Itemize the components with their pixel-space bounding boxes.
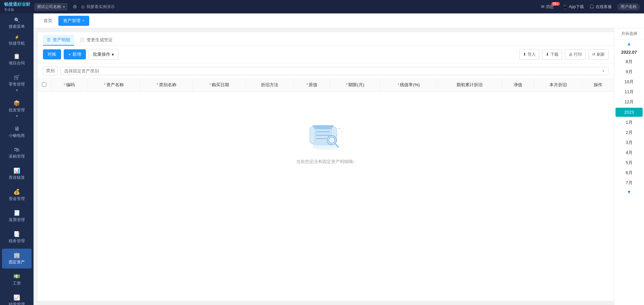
sidebar-item-ecommerce[interactable]: 🖥 小畅电商 [2,122,32,142]
tab-asset-management[interactable]: 资产管理 × [58,16,89,26]
table-header-operation: 操作 [582,79,614,92]
top-bar-right: ✉ 消息 99+ 📱 App下载 🎧 在线客服 用户名称 [541,3,640,10]
sidebar-item-payroll[interactable]: 💵 工资 [2,270,32,290]
app-logo-sub: 专业版 [4,7,30,12]
search-label: 搜索菜单 [9,24,25,30]
month-item-9[interactable]: 9月 [614,67,644,77]
month-item-8[interactable]: 8月 [614,57,644,67]
table-header-category: *类别名称 [140,79,193,92]
sub-tab-detail[interactable]: ☰ 资产明细 [43,35,74,46]
user-name: 用户名称 [621,4,637,9]
month-nav-up-button[interactable]: ▲ [614,40,644,48]
category-input[interactable] [64,68,602,73]
filter-bar: 类别 ▾ [38,63,614,79]
month-item-7[interactable]: 7月 [614,178,644,188]
tab-home[interactable]: 首页 [39,16,57,26]
sidebar-item-label: 项目合同 [9,60,25,66]
inventory-icon: 📊 [13,167,20,174]
main-layout: 🔍 搜索菜单 ⚡ 快捷导航 📋 项目合同 🛒 零售管理 ▾ 📦 批发管理 ▾ 🖥… [0,13,644,305]
sidebar-item-inventory[interactable]: 📊 库存核算 [2,164,32,184]
month-item-1[interactable]: 1月 [614,117,644,128]
sidebar-item-operation[interactable]: 📈 经营管理 [2,291,32,305]
refresh-button[interactable]: ↺ 刷新 [588,49,608,60]
sidebar-item-tax[interactable]: 📑 税务管理 [2,227,32,247]
message-badge: 99+ [551,2,560,6]
sidebar-item-label: 采购管理 [9,154,25,159]
sidebar-item-label: 固定资产 [9,259,25,265]
app-download-button[interactable]: 📱 App下载 [562,4,584,10]
table-header-accumulated-depreciation: 期初累计折旧 [437,79,502,92]
month-item-current[interactable]: 2022.07 [614,48,644,57]
month-item-10[interactable]: 10月 [614,77,644,87]
demo-link[interactable]: ◎ 我要看实例演示 [81,4,115,10]
svg-point-11 [338,128,340,129]
sidebar-item-purchase[interactable]: 🛍 采购管理 [2,143,32,163]
sidebar-item-project[interactable]: 📋 项目合同 [2,50,32,69]
month-item-4[interactable]: 4月 [614,148,644,158]
year-badge-2023[interactable]: 2023 [615,108,643,117]
table-header-code: *编码 [51,79,88,92]
month-item-11[interactable]: 11月 [614,87,644,97]
tab-close-icon[interactable]: × [83,19,85,22]
sidebar-item-finance[interactable]: 💰 资金管理 [2,185,32,205]
svg-rect-3 [310,127,315,144]
demo-icon: ◎ [81,4,85,9]
month-picker-title: 月份选择 [614,28,644,40]
sidebar-search[interactable]: 🔍 搜索菜单 [0,15,34,32]
ecommerce-icon: 🖥 [14,126,19,132]
message-button[interactable]: ✉ 消息 99+ [541,4,557,10]
empty-state: 当前您还没有固定资产明细哦~ [38,92,614,192]
sidebar-item-fixed-asset[interactable]: 🏢 固定资产 [2,249,32,268]
sidebar-item-label: 资金管理 [9,196,25,202]
sub-tab-detail-label: 资产明细 [53,37,70,43]
tax-icon: 📑 [13,231,20,237]
page-content: ☰ 资产明细 📄 变更生成凭证 对账 + 新增 [34,28,644,305]
online-service-button[interactable]: 🎧 在线客服 [589,4,612,10]
print-icon: 🖨 [569,52,573,57]
online-service-label: 在线客服 [596,4,612,10]
sidebar-item-label: 工资 [13,281,21,286]
import-button[interactable]: ⬆ 导入 [519,49,539,60]
table-header-depreciation-method: 折旧方法 [246,79,294,92]
table-header-period-months: *期限(月) [330,79,380,92]
category-input-wrapper: ▾ [60,67,608,75]
download-icon: ⬇ [546,52,549,57]
print-button[interactable]: 🖨 打印 [565,49,586,60]
month-item-6[interactable]: 6月 [614,168,644,178]
sidebar-item-invoice[interactable]: 🧾 发票管理 [2,206,32,226]
import-icon: ⬆ [523,52,526,57]
month-nav-down-button[interactable]: ▼ [614,188,644,196]
sidebar-item-retail[interactable]: 🛒 零售管理 ▾ [2,71,32,95]
batch-button[interactable]: 批量操作 ▾ [89,49,118,60]
company-selector[interactable]: 测试公司名称 ▾ [34,3,67,11]
wholesale-icon: 📦 [13,100,20,106]
user-button[interactable]: 用户名称 [617,3,640,10]
payroll-icon: 💵 [13,273,20,279]
table-header-checkbox [38,79,51,92]
month-item-3[interactable]: 3月 [614,138,644,148]
bottom-scrollbar[interactable] [38,301,614,305]
month-item-2[interactable]: 2月 [614,128,644,138]
select-all-checkbox[interactable] [42,82,46,87]
table-header-net-value: 净值 [502,79,534,92]
main-panel: ☰ 资产明细 📄 变更生成凭证 对账 + 新增 [38,32,614,305]
tab-bar: 首页 资产管理 × [34,13,644,28]
refresh-label: 刷新 [597,52,605,57]
month-item-5[interactable]: 5月 [614,158,644,168]
sidebar-item-quick-nav[interactable]: ⚡ 快捷导航 [0,32,34,49]
app-logo: 畅捷通好业财 专业版 [4,2,30,12]
sidebar-item-wholesale[interactable]: 📦 批发管理 ▾ [2,97,32,121]
add-button[interactable]: + 新增 [64,49,86,59]
chevron-down-icon: ▾ [63,5,65,9]
table-header-name: *资产名称 [88,79,140,92]
quick-nav-icon: ⚡ [14,35,19,40]
add-icon: + [68,52,71,57]
table-wrapper: *编码 *资产名称 *类别名称 *购买日期 [38,79,614,301]
month-item-12[interactable]: 12月 [614,97,644,107]
settings-icon[interactable]: ⚙ [73,4,77,9]
download-button[interactable]: ⬇ 下载 [542,49,562,60]
category-filter[interactable]: 类别 [43,66,58,75]
pair-button[interactable]: 对账 [43,49,61,59]
content-area: 首页 资产管理 × ☰ 资产明细 📄 变更生成凭证 [34,13,644,305]
sub-tab-voucher[interactable]: 📄 变更生成凭证 [75,35,117,46]
